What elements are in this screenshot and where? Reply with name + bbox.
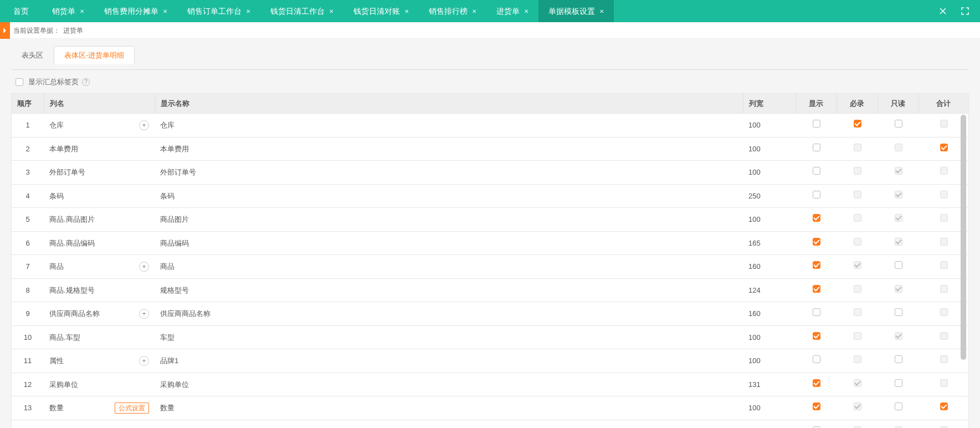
table-row[interactable]: 3外部订单号外部订单号100 bbox=[12, 161, 968, 185]
vertical-scrollbar[interactable] bbox=[961, 115, 966, 429]
cell-checkbox bbox=[878, 114, 919, 137]
table-row[interactable]: 10商品.车型车型100 bbox=[12, 325, 968, 349]
cell-width[interactable]: 165 bbox=[743, 231, 796, 255]
close-icon[interactable]: ✕ bbox=[80, 7, 84, 16]
add-icon[interactable]: + bbox=[139, 120, 149, 130]
cell-display-name[interactable]: 数量 bbox=[155, 396, 743, 420]
table-row[interactable]: 12采购单位采购单位131 bbox=[12, 373, 968, 396]
cell-width[interactable]: 131 bbox=[743, 373, 796, 396]
cell-display-name[interactable]: 供应商商品名称 bbox=[155, 302, 743, 326]
close-all-tabs-icon[interactable] bbox=[938, 6, 948, 16]
table-row[interactable]: 2本单费用本单费用100 bbox=[12, 137, 968, 161]
add-icon[interactable]: + bbox=[139, 262, 149, 272]
show-checkbox[interactable] bbox=[813, 426, 820, 429]
required-checkbox[interactable] bbox=[854, 120, 861, 128]
show-checkbox[interactable] bbox=[813, 238, 820, 246]
cell-width[interactable]: 100 bbox=[743, 349, 796, 373]
show-checkbox[interactable] bbox=[813, 379, 820, 387]
close-icon[interactable]: ✕ bbox=[524, 7, 529, 16]
show-checkbox[interactable] bbox=[813, 355, 820, 363]
formula-settings-tag[interactable]: 公式设置 bbox=[115, 402, 149, 414]
add-icon[interactable]: + bbox=[139, 309, 149, 319]
close-icon[interactable]: ✕ bbox=[329, 7, 333, 16]
table-row[interactable]: 7商品+商品160 bbox=[12, 255, 968, 279]
cell-display-name[interactable]: 商品图片 bbox=[155, 208, 743, 232]
table-row[interactable]: 5商品.商品图片商品图片100 bbox=[12, 208, 968, 232]
cell-display-name[interactable]: 车型 bbox=[155, 325, 743, 349]
cell-width[interactable]: 100 bbox=[743, 396, 796, 420]
top-tab-8[interactable]: 单据模板设置✕ bbox=[538, 0, 614, 22]
show-checkbox[interactable] bbox=[813, 308, 820, 316]
show-checkbox[interactable] bbox=[813, 402, 820, 410]
top-tab-3[interactable]: 销售订单工作台✕ bbox=[177, 0, 260, 22]
fullscreen-icon[interactable] bbox=[960, 6, 970, 16]
close-icon[interactable]: ✕ bbox=[246, 7, 250, 16]
cell-display-name[interactable]: 条码 bbox=[155, 184, 743, 208]
table-row[interactable]: 6商品.商品编码商品编码165 bbox=[12, 231, 968, 255]
cell-display-name[interactable]: 商品编码 bbox=[155, 231, 743, 255]
show-checkbox[interactable] bbox=[813, 120, 820, 128]
show-checkbox[interactable] bbox=[813, 332, 820, 340]
close-icon[interactable]: ✕ bbox=[163, 7, 167, 16]
collapse-toggle-icon[interactable] bbox=[0, 22, 10, 39]
total-checkbox[interactable] bbox=[940, 144, 948, 151]
cell-width[interactable]: 100 bbox=[743, 114, 796, 137]
cell-width[interactable]: 100 bbox=[743, 137, 796, 161]
cell-width[interactable]: 100 bbox=[743, 325, 796, 349]
show-checkbox[interactable] bbox=[813, 214, 820, 222]
cell-display-name[interactable]: 仓库 bbox=[155, 114, 743, 137]
readonly-checkbox[interactable] bbox=[895, 120, 902, 128]
cell-width[interactable]: 100 bbox=[743, 420, 796, 428]
cell-display-name[interactable]: 采购单位 bbox=[155, 373, 743, 396]
top-tab-5[interactable]: 钱货日清对账✕ bbox=[343, 0, 419, 22]
cell-display-name[interactable]: 包装数量 bbox=[155, 420, 743, 428]
top-tab-6[interactable]: 销售排行榜✕ bbox=[419, 0, 486, 22]
cell-display-name[interactable]: 商品 bbox=[155, 255, 743, 279]
close-icon[interactable]: ✕ bbox=[472, 7, 476, 16]
cell-width[interactable]: 250 bbox=[743, 184, 796, 208]
column-name-text: 本单费用 bbox=[49, 144, 78, 155]
top-tab-1[interactable]: 销货单✕ bbox=[42, 0, 94, 22]
total-checkbox[interactable] bbox=[940, 402, 948, 410]
table-row[interactable]: 13数量公式设置数量100 bbox=[12, 396, 968, 420]
add-icon[interactable]: + bbox=[139, 356, 149, 366]
readonly-checkbox[interactable] bbox=[895, 379, 902, 387]
show-summary-checkbox[interactable] bbox=[16, 78, 23, 86]
cell-display-name[interactable]: 规格型号 bbox=[155, 278, 743, 302]
readonly-checkbox[interactable] bbox=[895, 402, 902, 410]
show-checkbox[interactable] bbox=[813, 191, 820, 198]
close-icon[interactable]: ✕ bbox=[599, 7, 604, 16]
top-tab-0[interactable]: 首页 bbox=[0, 0, 42, 22]
top-tab-label: 单据模板设置 bbox=[548, 6, 595, 17]
top-tab-7[interactable]: 进货单✕ bbox=[486, 0, 538, 22]
show-checkbox[interactable] bbox=[813, 285, 820, 293]
cell-display-name[interactable]: 外部订单号 bbox=[155, 161, 743, 185]
readonly-checkbox[interactable] bbox=[895, 355, 902, 363]
table-row[interactable]: 8商品.规格型号规格型号124 bbox=[12, 278, 968, 302]
cell-display-name[interactable]: 品牌1 bbox=[155, 349, 743, 373]
show-checkbox[interactable] bbox=[813, 144, 820, 151]
table-row[interactable]: 1仓库+仓库100 bbox=[12, 114, 968, 137]
cell-width[interactable]: 100 bbox=[743, 161, 796, 185]
readonly-checkbox[interactable] bbox=[895, 261, 902, 269]
show-checkbox[interactable] bbox=[813, 167, 820, 175]
sub-tab-0[interactable]: 表头区 bbox=[11, 46, 54, 64]
table-row[interactable]: 14包装数量包装数量100 bbox=[12, 420, 968, 428]
cell-width[interactable]: 100 bbox=[743, 208, 796, 232]
cell-display-name[interactable]: 本单费用 bbox=[155, 137, 743, 161]
close-icon[interactable]: ✕ bbox=[404, 7, 409, 16]
top-tab-2[interactable]: 销售费用分摊单✕ bbox=[94, 0, 177, 22]
cell-checkbox bbox=[878, 325, 919, 349]
table-row[interactable]: 4条码条码250 bbox=[12, 184, 968, 208]
cell-width[interactable]: 160 bbox=[743, 255, 796, 279]
readonly-checkbox[interactable] bbox=[895, 308, 902, 316]
cell-checkbox bbox=[796, 161, 837, 185]
show-checkbox[interactable] bbox=[813, 261, 820, 269]
top-tab-4[interactable]: 钱货日清工作台✕ bbox=[260, 0, 343, 22]
cell-width[interactable]: 160 bbox=[743, 302, 796, 326]
help-icon[interactable]: ? bbox=[82, 78, 90, 86]
cell-width[interactable]: 124 bbox=[743, 278, 796, 302]
table-row[interactable]: 9供应商商品名称+供应商商品名称160 bbox=[12, 302, 968, 326]
sub-tab-1[interactable]: 表体区-进货单明细 bbox=[54, 46, 135, 64]
table-row[interactable]: 11属性+品牌1100 bbox=[12, 349, 968, 373]
